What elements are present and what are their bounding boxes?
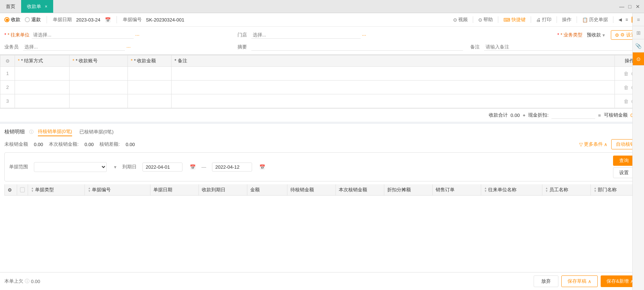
total-value: 0.00 (511, 113, 520, 118)
total-label: 收款合计 (489, 112, 508, 118)
bth-gear-icon[interactable]: ⚙ (8, 187, 12, 193)
partner-input[interactable] (32, 31, 134, 39)
range-dropdown-icon[interactable]: ▾ (114, 164, 117, 170)
discount-input[interactable] (551, 111, 595, 119)
bth-discount-label: 折扣分摊额 (387, 187, 411, 193)
table-row: 2 🗑 ⊕ (0, 81, 644, 94)
abandon-button[interactable]: 放弃 (534, 275, 558, 287)
staff-input[interactable] (23, 43, 125, 51)
col-account-label: * 收款账号 (76, 58, 98, 63)
query-button[interactable]: 查询 (613, 156, 635, 166)
video-label: 视频 (458, 16, 468, 23)
due-label: 到期日 (122, 164, 137, 170)
shortcut-btn[interactable]: ⌨ 快捷键 (503, 16, 526, 23)
more-conditions-btn[interactable]: ▽ 更多条件 ∧ (579, 141, 608, 148)
cal-from-icon[interactable]: 📅 (190, 164, 196, 170)
col-account-header: * * 收款账号 (70, 55, 128, 67)
row-2-note[interactable] (172, 81, 615, 94)
tab-home[interactable]: 首页 (0, 0, 21, 13)
row-3-account[interactable] (70, 94, 128, 108)
date-from-input[interactable] (142, 162, 182, 172)
date-to-input[interactable] (212, 162, 252, 172)
history-btn[interactable]: 📋 历史单据 (582, 16, 608, 23)
sidebar-icon-1[interactable]: ≡ (633, 13, 644, 26)
filter-settings-button[interactable]: 设置 (613, 167, 635, 178)
summary-row: 收款合计 0.00 + 现金折扣: = 可核销金额 0.00 (0, 108, 644, 122)
hx-tab-pending[interactable]: 待核销单据(0笔) (38, 128, 72, 136)
calendar-icon[interactable]: 📅 (105, 17, 111, 23)
list-view-btn[interactable]: ≡ (625, 17, 628, 22)
tab-shoukuan-label: 收款单 (27, 3, 41, 10)
remark-input[interactable] (484, 43, 640, 51)
staff-dots-btn[interactable]: ··· (126, 44, 131, 50)
sort-arrows-type[interactable]: ▲▼ (31, 187, 34, 193)
sidebar-icon-2[interactable]: ⊞ (633, 26, 644, 39)
help-btn[interactable]: ⊙ 帮助 (478, 16, 493, 23)
sort-arrows-staff[interactable]: ▲▼ (545, 187, 548, 193)
row-3-note[interactable] (172, 94, 615, 108)
row-1-amount[interactable] (128, 67, 172, 81)
select-all-checkbox[interactable] (20, 187, 25, 192)
radio-tuikuan[interactable]: 退款 (25, 16, 41, 23)
hx-title: 核销明细 (4, 129, 25, 135)
bth-date: 单据日期 (150, 184, 199, 195)
biz-type-dropdown-icon[interactable]: ▾ (602, 32, 605, 38)
number-value: SK-20230324-001 (146, 17, 185, 23)
radio-shoukuan-dot (4, 17, 9, 22)
window-controls: — □ ✕ (619, 3, 644, 10)
tab-shoukuan[interactable]: 收款单 × (21, 0, 53, 13)
row-2-settle[interactable] (15, 81, 70, 94)
sidebar-icon-3[interactable]: 📎 (633, 39, 644, 52)
video-btn[interactable]: ⊙ 视频 (453, 16, 468, 23)
print-label: 打印 (542, 16, 551, 23)
row-1-settle[interactable] (15, 67, 70, 81)
partner-dots-btn[interactable]: ··· (135, 32, 140, 38)
hx-info-icon[interactable]: ⓘ (29, 129, 34, 135)
radio-shoukuan[interactable]: 收款 (4, 16, 20, 23)
row-2-delete-icon[interactable]: 🗑 (624, 85, 629, 90)
row-1-delete-icon[interactable]: 🗑 (624, 71, 629, 77)
minimize-button[interactable]: — (619, 3, 625, 10)
tab-close-icon[interactable]: × (45, 4, 47, 9)
shop-input[interactable] (251, 31, 361, 39)
print-btn[interactable]: 🖨 打印 (536, 16, 551, 23)
sort-arrows-partner[interactable]: ▲▼ (484, 187, 487, 193)
col-settle-header: * * 结算方式 (15, 55, 70, 67)
summary-input[interactable] (251, 43, 463, 51)
row-1-account[interactable] (70, 67, 128, 81)
range-select[interactable] (34, 162, 107, 172)
bth-type-label: 单据类型 (35, 187, 54, 193)
cal-to-icon[interactable]: 📅 (259, 164, 265, 170)
footer-info-icon[interactable]: ⓘ (25, 278, 30, 285)
plus-sign: + (523, 113, 526, 118)
hx-tab-done[interactable]: 已核销单据(0笔) (79, 128, 114, 136)
col-note-label: * 备注 (174, 58, 187, 63)
col-amount-label: * 收款金额 (134, 58, 156, 63)
table-gear-icon[interactable]: ⚙ (5, 58, 10, 64)
partner-field: * 往来单位 ··· (4, 31, 230, 39)
close-button[interactable]: ✕ (635, 3, 641, 10)
save-draft-button[interactable]: 保存草稿 ∧ (561, 275, 598, 287)
row-3-delete-icon[interactable]: 🗑 (624, 98, 629, 104)
sidebar-icon-4[interactable]: ⊙ (633, 52, 644, 66)
row-2-num: 2 (0, 81, 15, 94)
bth-pending: 待核销金额 (287, 184, 336, 195)
bth-partner-label: 往来单位名称 (488, 187, 517, 193)
filter-row: 单据范围 ▾ 到期日 📅 — 📅 查询 设置 (4, 152, 640, 181)
row-1-note[interactable] (172, 67, 615, 81)
row-2-account[interactable] (70, 81, 128, 94)
bth-discount: 折扣分摊额 (384, 184, 433, 195)
row-3-settle[interactable] (15, 94, 70, 108)
help-label: 帮助 (483, 16, 493, 23)
sort-arrows-number[interactable]: ▲▼ (88, 187, 91, 193)
col-gear: ⚙ (0, 55, 15, 67)
maximize-button[interactable]: □ (627, 3, 633, 10)
row-3-amount[interactable] (128, 94, 172, 108)
shop-dots-btn[interactable]: ··· (362, 32, 366, 38)
prev-btn[interactable]: ◀ (619, 17, 622, 22)
row-2-amount[interactable] (128, 81, 172, 94)
gear-icon: ⚙ (615, 32, 619, 38)
sort-arrows-dept[interactable]: ▲▼ (594, 187, 597, 193)
operate-btn[interactable]: 操作 (562, 16, 572, 23)
table-row: 3 🗑 ⊕ (0, 94, 644, 108)
